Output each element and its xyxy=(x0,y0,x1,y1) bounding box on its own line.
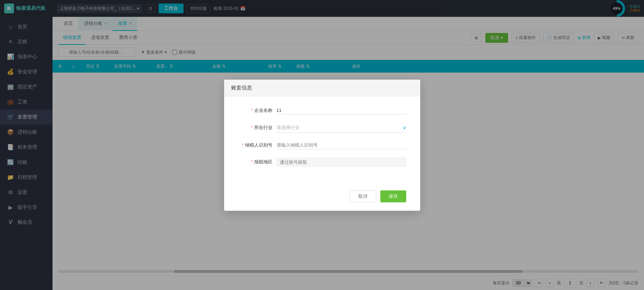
industry-placeholder: 请选择行业 xyxy=(277,124,299,131)
required-mark: * xyxy=(251,108,253,113)
required-mark: * xyxy=(251,125,253,130)
company-name-label: * 企业名称 xyxy=(238,107,277,114)
tax-id-input[interactable] xyxy=(277,141,406,149)
required-mark: * xyxy=(251,159,253,164)
tax-region-input xyxy=(277,158,406,167)
modal-title: 账套信息 xyxy=(224,80,420,96)
form-row-industry: * 所在行业 请选择行业 ∨ xyxy=(238,123,406,133)
modal-overlay: 账套信息 * 企业名称 * 所在行业 请选择行业 ∨ xyxy=(0,0,644,290)
tax-region-label: * 报税地区 xyxy=(238,159,277,165)
form-row-tax-region: * 报税地区 xyxy=(238,158,406,167)
industry-label: * 所在行业 xyxy=(238,124,277,131)
save-button[interactable]: 保存 xyxy=(380,190,406,202)
account-info-modal: 账套信息 * 企业名称 * 所在行业 请选择行业 ∨ xyxy=(224,80,420,211)
chevron-down-icon: ∨ xyxy=(403,125,406,130)
form-row-company-name: * 企业名称 xyxy=(238,106,406,115)
industry-select[interactable]: 请选择行业 ∨ xyxy=(277,123,406,133)
cancel-button[interactable]: 取消 xyxy=(349,190,376,202)
modal-footer: 取消 保存 xyxy=(224,185,420,211)
tax-id-label: * 纳税人识别号 xyxy=(238,142,277,148)
modal-body: * 企业名称 * 所在行业 请选择行业 ∨ * xyxy=(224,96,420,185)
form-row-tax-id: * 纳税人识别号 xyxy=(238,141,406,149)
company-name-input[interactable] xyxy=(277,106,406,115)
required-mark: * xyxy=(242,142,244,148)
